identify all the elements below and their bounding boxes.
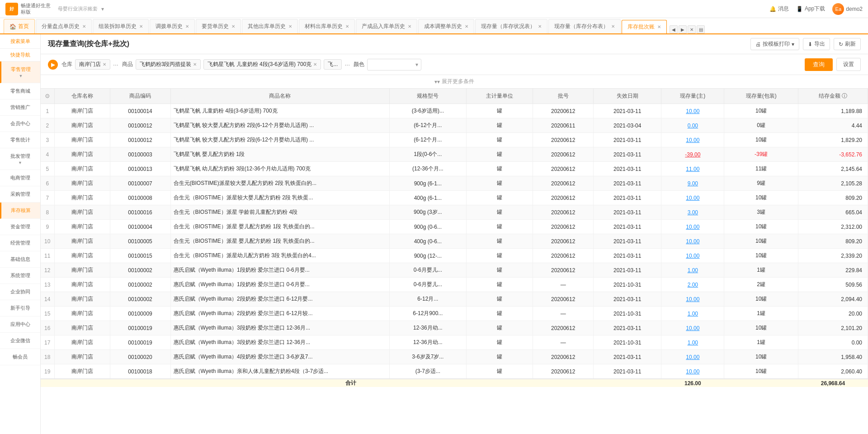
row-qty-main[interactable]: 10.00 [661, 350, 724, 364]
sidebar-item-purchase[interactable]: 采购管理 [0, 186, 40, 203]
row-qty-main[interactable]: 1.00 [661, 307, 724, 321]
close-tab-icon[interactable]: ✕ [657, 24, 661, 29]
sidebar-item-appcenter[interactable]: 应用中心 [0, 316, 40, 333]
close-tab-icon[interactable]: ✕ [288, 24, 292, 29]
tab-yao-huo[interactable]: 要货单历史 ✕ [196, 19, 241, 33]
row-qty-main[interactable]: 10.00 [661, 321, 724, 335]
color-dropdown[interactable]: ▾ [367, 59, 421, 71]
sidebar-item-wholesale[interactable]: 批发管理 ▼ [0, 148, 40, 170]
sidebar-item-zero-shop[interactable]: 零售商城 [0, 83, 40, 99]
tab-cai-liao[interactable]: 材料出库单历史 ✕ [299, 19, 355, 33]
sidebar-item-enterprise[interactable]: 企业协同 [0, 284, 40, 300]
close-tab-icon[interactable]: ✕ [538, 24, 542, 29]
app-download-button[interactable]: 📱 App下载 [796, 5, 825, 13]
product-more-icon[interactable]: ··· [344, 61, 350, 68]
row-unit: 罐 [466, 191, 533, 205]
row-qty-main[interactable]: 10.00 [661, 292, 724, 307]
row-qty-main[interactable]: 10.00 [661, 364, 724, 379]
row-expire: 2021-03-11 [594, 191, 661, 205]
tab-xian-cun-fenpei[interactable]: 现存量（库存分布表） ✕ [548, 19, 621, 33]
tab-chan-pin[interactable]: 产成品入库单历史 ✕ [356, 19, 417, 33]
row-qty-main[interactable]: 11.00 [661, 162, 724, 176]
product-tag-more[interactable]: 飞... [324, 59, 342, 70]
msg-button[interactable]: 🔔 消息 [769, 5, 789, 13]
tab-close-all[interactable]: ✕ [688, 25, 696, 33]
query-button[interactable]: 查询 [805, 58, 833, 71]
row-qty-main[interactable]: 10.00 [661, 191, 724, 205]
row-name: 飞鹤星飞帆 较大婴儿配方奶粉 2段(6-12个月婴幼儿适用) ... [170, 133, 389, 147]
product-tag-1[interactable]: 飞鹤奶粉3段丙措提装 ✕ [136, 59, 201, 70]
sidebar-item-zero-retail[interactable]: 零售管理 ▼ [0, 61, 40, 83]
col-settings-icon[interactable]: ⚙ [41, 89, 54, 104]
sidebar-item-newguide[interactable]: 新手引导 [0, 300, 40, 316]
tab-fen-pan[interactable]: 分量盘点单历史 ✕ [36, 19, 92, 33]
sidebar-item-corp-wechat[interactable]: 企业微信 [0, 333, 40, 349]
sidebar-item-finance[interactable]: 资金管理 [0, 219, 40, 235]
product-label: 商品 [122, 61, 133, 68]
tab-qi-ta[interactable]: 其他出库单历史 ✕ [242, 19, 298, 33]
tab-zu-chai[interactable]: 组装拆卸单历史 ✕ [93, 19, 149, 33]
tab-cheng-ben[interactable]: 成本调整单历史 ✕ [418, 19, 474, 33]
sidebar-item-marketing[interactable]: 营销推广 [0, 99, 40, 116]
gear-icon[interactable]: ⚙ [45, 93, 50, 99]
template-print-button[interactable]: 🖨 按模板打印 ▾ [750, 38, 799, 50]
row-qty-main[interactable]: 10.00 [661, 104, 724, 118]
remove-product-tag1-icon[interactable]: ✕ [193, 62, 197, 67]
sidebar-item-system[interactable]: 系统管理 [0, 268, 40, 284]
close-tab-icon[interactable]: ✕ [345, 24, 349, 29]
expand-conditions-button[interactable]: ▾▾ 展开更多条件 [434, 78, 474, 85]
sidebar-item-stats[interactable]: 零售统计 [0, 132, 40, 148]
tab-prev-arrow[interactable]: ◀ [670, 25, 678, 33]
row-qty-main[interactable]: 3.00 [661, 205, 724, 220]
close-tab-icon[interactable]: ✕ [185, 24, 189, 29]
user-profile[interactable]: Ea demo2 [832, 3, 863, 15]
row-qty-main[interactable]: 10.00 [661, 249, 724, 263]
row-qty-main[interactable]: 1.00 [661, 335, 724, 350]
sidebar-item-ecommerce[interactable]: 电商管理 [0, 170, 40, 186]
row-qty-main[interactable]: 1.00 [661, 263, 724, 278]
tab-maximize[interactable]: ▤ [697, 25, 705, 33]
row-no: 1 [41, 104, 54, 118]
sidebar-item-member[interactable]: 会员中心 [0, 116, 40, 132]
table-row: 9 南岸门店 00100004 合生元（BIOSTIME）派星 婴儿配方奶粉 1… [41, 220, 868, 234]
product-tag-2[interactable]: 飞鹤星飞帆 儿童奶粉 4段(3-6岁适用) 700克 ✕ [203, 59, 321, 70]
row-unit: 罐 [466, 176, 533, 191]
tab-tiao-bo[interactable]: 调拨单历史 ✕ [150, 19, 195, 33]
tab-xian-cun-kucun[interactable]: 现存量（库存状况表） ✕ [475, 19, 547, 33]
warehouse-more-icon[interactable]: ··· [113, 61, 118, 68]
row-qty-main[interactable]: 10.00 [661, 133, 724, 147]
sidebar-item-basic[interactable]: 基础信息 [0, 251, 40, 268]
row-qty-pack: 10罐 [724, 220, 798, 234]
sidebar-search[interactable]: 搜索菜单 [0, 34, 40, 49]
warehouse-tag[interactable]: 南岸门店 ✕ [75, 59, 110, 70]
row-qty-main[interactable]: 10.00 [661, 220, 724, 234]
close-tab-icon[interactable]: ✕ [82, 24, 86, 29]
tab-ku-cun-pici[interactable]: 库存批次账 ✕ [622, 20, 667, 34]
close-tab-icon[interactable]: ✕ [139, 24, 143, 29]
close-tab-icon[interactable]: ✕ [611, 24, 615, 29]
tab-home[interactable]: 🏠 首页 [4, 19, 35, 33]
row-expire: 2021-03-11 [594, 176, 661, 191]
settings-button[interactable]: 设置 [836, 58, 861, 71]
sidebar-item-vip[interactable]: 畅会员 [0, 349, 40, 365]
close-tab-icon[interactable]: ✕ [408, 24, 411, 29]
row-qty-main[interactable]: 9.00 [661, 176, 724, 191]
row-qty-main[interactable]: 10.00 [661, 234, 724, 249]
remove-warehouse-tag-icon[interactable]: ✕ [103, 62, 106, 67]
refresh-button[interactable]: ↻ 刷新 [834, 38, 861, 50]
color-label: 颜色 [354, 61, 364, 68]
tab-dropdown-icon[interactable]: ▾ [101, 6, 104, 12]
export-button[interactable]: ⬇ 导出 [803, 38, 830, 50]
row-qty-main[interactable]: 2.00 [661, 278, 724, 292]
sidebar-item-inventory[interactable]: 库存核算 [0, 203, 40, 219]
row-qty-main[interactable]: -39.00 [661, 147, 724, 162]
close-tab-icon[interactable]: ✕ [231, 24, 235, 29]
sidebar-quick-nav[interactable]: 快捷导航 [0, 49, 40, 61]
remove-product-tag2-icon[interactable]: ✕ [313, 62, 317, 67]
row-batch: — [533, 278, 594, 292]
row-qty-main[interactable]: 0.00 [661, 118, 724, 133]
close-tab-icon[interactable]: ✕ [465, 24, 468, 29]
sidebar-item-operations[interactable]: 经营管理 [0, 235, 40, 251]
tab-next-arrow[interactable]: ▶ [679, 25, 687, 33]
filter-expand-button[interactable]: ▶ [48, 60, 58, 70]
